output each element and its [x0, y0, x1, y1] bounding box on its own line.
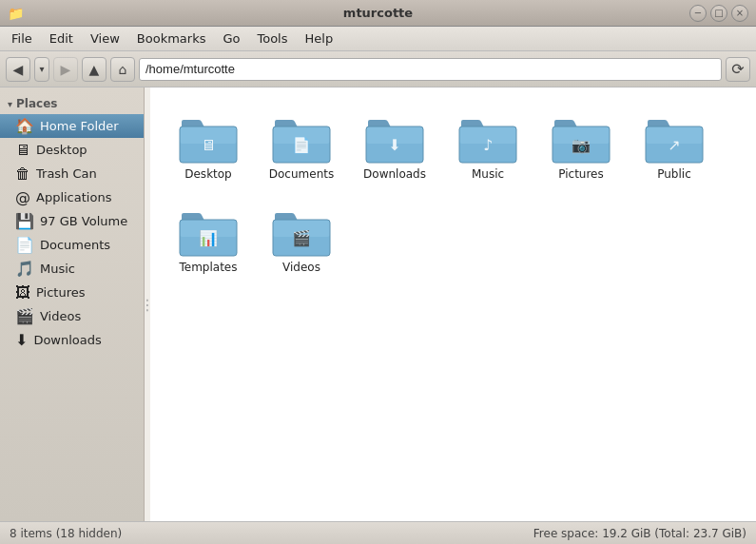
menu-bar: FileEditViewBookmarksGoToolsHelp	[0, 27, 756, 51]
maximize-button[interactable]: □	[710, 5, 727, 22]
title-bar: 📁 mturcotte − □ ×	[0, 0, 756, 27]
file-item-music[interactable]: ♪Music	[445, 103, 531, 188]
desktop-label: Desktop	[36, 143, 87, 157]
file-item-desktop[interactable]: 🖥Desktop	[165, 103, 251, 188]
pictures-icon: 🖼	[15, 283, 30, 301]
menu-item-bookmarks[interactable]: Bookmarks	[129, 29, 214, 49]
window-controls: − □ ×	[689, 5, 748, 22]
file-item-documents[interactable]: 📄Documents	[259, 103, 344, 188]
back-icon: ◀	[13, 62, 24, 77]
sidebar-item-97gb-volume[interactable]: 💾97 GB Volume	[0, 209, 144, 233]
menu-item-edit[interactable]: Edit	[42, 29, 81, 49]
documents-folder-icon: 📄	[271, 110, 332, 164]
sidebar-item-downloads[interactable]: ⬇Downloads	[0, 328, 144, 352]
sidebar-item-videos[interactable]: 🎬Videos	[0, 304, 144, 328]
templates-label: Templates	[179, 261, 237, 274]
downloads-icon: ⬇	[15, 331, 28, 349]
home-icon: ⌂	[119, 62, 127, 77]
menu-item-view[interactable]: View	[83, 29, 127, 49]
97gb-volume-icon: 💾	[15, 212, 34, 230]
svg-text:📊: 📊	[199, 229, 218, 247]
places-label: Places	[16, 97, 57, 110]
videos-icon: 🎬	[15, 307, 34, 325]
svg-text:🎬: 🎬	[292, 229, 311, 247]
free-space: Free space: 19.2 GiB (Total: 23.7 GiB)	[533, 527, 746, 540]
pictures-label: Pictures	[36, 285, 85, 300]
music-label: Music	[40, 262, 75, 276]
main-area: ▾ Places 🏠Home Folder🖥Desktop🗑Trash Can@…	[0, 87, 756, 521]
documents-label: Documents	[269, 167, 334, 181]
sidebar-item-trash-can[interactable]: 🗑Trash Can	[0, 162, 144, 185]
music-icon: 🎵	[15, 260, 34, 278]
sidebar-item-documents[interactable]: 📄Documents	[0, 233, 144, 257]
items-count: 8 items (18 hidden)	[10, 527, 122, 540]
videos-label: Videos	[40, 309, 81, 323]
toolbar: ◀ ▾ ▶ ▲ ⌂ ⟳	[0, 51, 756, 87]
file-item-public[interactable]: ↗Public	[631, 103, 717, 188]
sidebar: ▾ Places 🏠Home Folder🖥Desktop🗑Trash Can@…	[0, 87, 145, 521]
app-icon: 📁	[8, 6, 24, 21]
home-folder-icon: 🏠	[15, 117, 34, 135]
menu-item-file[interactable]: File	[4, 29, 40, 49]
home-folder-label: Home Folder	[40, 119, 119, 133]
title-bar-left: 📁	[8, 6, 24, 21]
videos-label: Videos	[282, 261, 320, 274]
up-icon: ▲	[89, 62, 100, 77]
file-item-downloads[interactable]: ⬇Downloads	[352, 103, 437, 188]
menu-item-go[interactable]: Go	[215, 29, 247, 49]
forward-button[interactable]: ▶	[53, 57, 78, 82]
trash-can-icon: 🗑	[15, 165, 30, 183]
back-button[interactable]: ◀	[6, 57, 30, 82]
sidebar-item-music[interactable]: 🎵Music	[0, 257, 144, 281]
reload-button[interactable]: ⟳	[726, 57, 750, 82]
svg-text:⬇: ⬇	[388, 136, 400, 154]
svg-text:📷: 📷	[572, 136, 591, 154]
applications-label: Applications	[36, 190, 111, 204]
downloads-folder-icon: ⬇	[364, 110, 425, 164]
videos-folder-icon: 🎬	[271, 204, 332, 257]
reload-icon: ⟳	[731, 60, 744, 78]
music-folder-icon: ♪	[457, 110, 518, 164]
97gb-volume-label: 97 GB Volume	[40, 214, 127, 228]
desktop-label: Desktop	[184, 167, 232, 181]
file-item-videos[interactable]: 🎬Videos	[259, 196, 344, 282]
file-item-pictures[interactable]: 📷Pictures	[538, 103, 624, 188]
trash-can-label: Trash Can	[36, 166, 97, 181]
public-folder-icon: ↗	[644, 110, 705, 164]
close-button[interactable]: ×	[731, 5, 748, 22]
places-section-header[interactable]: ▾ Places	[0, 93, 144, 114]
file-item-templates[interactable]: 📊Templates	[165, 196, 251, 282]
desktop-icon: 🖥	[15, 141, 30, 159]
sidebar-item-desktop[interactable]: 🖥Desktop	[0, 138, 144, 162]
home-button[interactable]: ⌂	[110, 57, 135, 82]
status-bar: 8 items (18 hidden) Free space: 19.2 GiB…	[0, 521, 756, 544]
desktop-folder-icon: 🖥	[178, 110, 239, 164]
applications-icon: @	[15, 188, 30, 206]
svg-text:♪: ♪	[483, 136, 493, 154]
minimize-button[interactable]: −	[689, 5, 707, 22]
sidebar-item-pictures[interactable]: 🖼Pictures	[0, 281, 144, 304]
downloads-label: Downloads	[363, 167, 426, 181]
sidebar-item-home-folder[interactable]: 🏠Home Folder	[0, 114, 144, 138]
address-bar[interactable]	[139, 58, 722, 81]
pictures-folder-icon: 📷	[551, 110, 611, 164]
music-label: Music	[472, 167, 504, 181]
public-label: Public	[657, 167, 691, 181]
documents-label: Documents	[40, 238, 110, 252]
pictures-label: Pictures	[558, 167, 604, 181]
sidebar-item-applications[interactable]: @Applications	[0, 185, 144, 209]
up-button[interactable]: ▲	[82, 57, 107, 82]
forward-icon: ▶	[61, 62, 71, 77]
downloads-label: Downloads	[33, 333, 101, 347]
menu-item-help[interactable]: Help	[298, 29, 341, 49]
back-dropdown-button[interactable]: ▾	[34, 57, 49, 82]
svg-text:🖥: 🖥	[201, 136, 216, 154]
svg-text:↗: ↗	[668, 136, 680, 154]
svg-text:📄: 📄	[292, 136, 311, 154]
address-bar-container	[139, 58, 722, 81]
file-area: 🖥Desktop📄Documents⬇Downloads♪Music📷Pictu…	[150, 87, 756, 521]
templates-folder-icon: 📊	[178, 204, 239, 257]
menu-item-tools[interactable]: Tools	[249, 29, 295, 49]
window-title: mturcotte	[343, 6, 413, 20]
places-chevron-icon: ▾	[8, 99, 12, 109]
